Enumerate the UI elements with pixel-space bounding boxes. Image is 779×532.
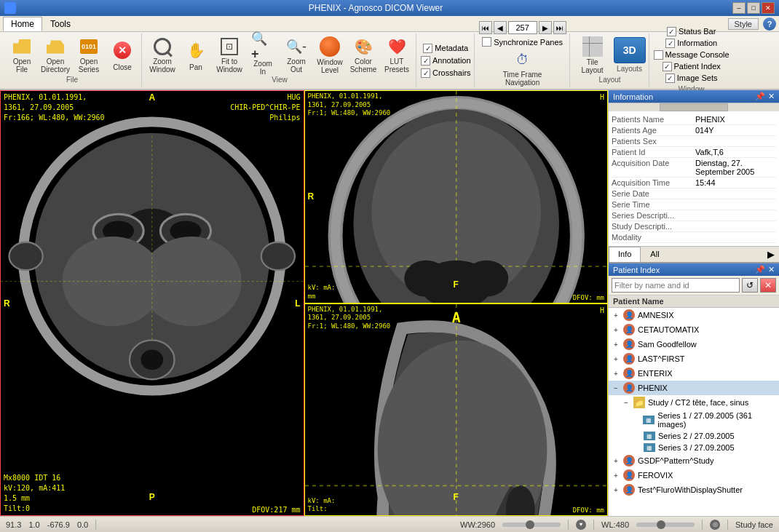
- info-scrollbar-h[interactable]: [609, 103, 779, 111]
- message-console-checkbox[interactable]: Message Console: [654, 50, 729, 60]
- patient-index-title: Patient Index: [613, 266, 660, 274]
- series-item-2[interactable]: ▦ Series 2 / 27.09.2005: [609, 430, 779, 442]
- patient-index-checkbox[interactable]: Patient Index: [663, 62, 721, 71]
- expand-ct2[interactable]: −: [622, 398, 630, 407]
- annotation-checkbox-box[interactable]: [421, 56, 430, 65]
- patient-item-ferovix[interactable]: + 👤 FEROVIX: [609, 468, 779, 483]
- style-button[interactable]: Style: [728, 18, 759, 30]
- info-panel-close[interactable]: ✕: [768, 92, 775, 101]
- study-item-ct2[interactable]: − 📁 Study / CT2 tête, face, sinus: [609, 395, 779, 410]
- zoom-out-button[interactable]: 🔍- Zoom Out: [280, 36, 312, 74]
- wl-slider-thumb[interactable]: [657, 520, 665, 529]
- axial-viewport-info-tr: HUGCHIR-PED^CHIR-PEPhilips: [230, 92, 300, 123]
- info-tab-expand-button[interactable]: ▶: [763, 247, 779, 262]
- expand-gsdf[interactable]: +: [612, 456, 620, 465]
- annotation-checkbox[interactable]: Annotation: [421, 56, 471, 65]
- metadata-checkbox[interactable]: Metadata: [423, 44, 468, 53]
- expand-ferovix[interactable]: +: [612, 471, 620, 480]
- minimize-button[interactable]: –: [732, 2, 746, 14]
- study-folder-ct2: 📁: [633, 397, 645, 408]
- metadata-checkbox-box[interactable]: [423, 44, 432, 53]
- expand-cetautomatix[interactable]: +: [612, 325, 620, 334]
- patient-index-filter-input[interactable]: [612, 278, 740, 293]
- info-scrollbar-thumb[interactable]: [660, 103, 728, 111]
- layout-label: Layout: [599, 76, 621, 85]
- open-series-button[interactable]: 0101 Open Series: [73, 36, 105, 74]
- window-level-button[interactable]: Window Level: [314, 36, 346, 74]
- fit-to-window-button[interactable]: ⊡ Fit to Window: [213, 36, 245, 74]
- coronal-ct-image: [305, 91, 608, 303]
- axial-label-r: R: [4, 298, 10, 309]
- open-directory-button[interactable]: Open Directory: [39, 36, 71, 74]
- info-panel-pin[interactable]: 📌: [755, 92, 765, 101]
- info-tab-all[interactable]: All: [641, 247, 668, 262]
- info-tab-info[interactable]: Info: [609, 247, 641, 262]
- close-button[interactable]: ✕ Close: [106, 36, 138, 74]
- image-sets-checkbox[interactable]: Image Sets: [665, 74, 718, 83]
- patient-item-test[interactable]: + 👤 Test^FluroWithDisplayShutter: [609, 483, 779, 497]
- expand-series2[interactable]: [632, 432, 641, 440]
- crosshairs-checkbox-box[interactable]: [421, 68, 430, 78]
- information-checkbox[interactable]: Information: [665, 39, 717, 48]
- zoom-in-button[interactable]: 🔍+ Zoom In: [247, 36, 279, 74]
- series-item-1[interactable]: ▦ Series 1 / 27.09.2005 (361 images): [609, 410, 779, 430]
- ww-slider-thumb[interactable]: [526, 520, 534, 529]
- patient-item-lastfirst[interactable]: + 👤 LAST^FIRST: [609, 352, 779, 366]
- series-item-3[interactable]: ▦ Series 3 / 27.09.2005: [609, 442, 779, 453]
- viewport-axial[interactable]: PHENIX, 01.01.1991,1361, 27.09.2005Fr:16…: [0, 90, 304, 516]
- viewport-coronal[interactable]: PHENIX, 01.01.1991,1361, 27.09.2005Fr:1;…: [304, 90, 609, 303]
- lut-presets-button[interactable]: ❤️ LUT Presets: [381, 36, 413, 74]
- 3d-button-box[interactable]: 3D: [614, 37, 646, 63]
- time-frame-button[interactable]: ⏱ Time Frame Navigation: [501, 49, 545, 87]
- color-scheme-button[interactable]: 🎨 Color Scheme: [347, 36, 379, 74]
- patient-filter-clear-button[interactable]: ↺: [742, 278, 758, 293]
- slice-prev-button[interactable]: ◀: [494, 21, 507, 34]
- patient-filter-close-button[interactable]: ✕: [760, 278, 776, 293]
- wl-slider[interactable]: [636, 523, 695, 527]
- patient-item-sam[interactable]: + 👤 Sam Goodfellow: [609, 337, 779, 352]
- patient-index-list[interactable]: + 👤 AMNESIX + 👤 CETAUTOMATIX + 👤 Sam Goo…: [609, 308, 779, 516]
- patient-index-col-header: Patient Name: [609, 295, 779, 308]
- coronal-label-r: R: [308, 191, 315, 202]
- open-file-button[interactable]: Open File: [6, 36, 38, 74]
- crosshairs-checkbox[interactable]: Crosshairs: [421, 68, 471, 78]
- close-button[interactable]: ✕: [762, 2, 775, 14]
- sync-checkbox[interactable]: [482, 37, 491, 47]
- 3d-layout-button[interactable]: 3D Layouts: [614, 37, 646, 73]
- expand-lastfirst[interactable]: +: [612, 354, 620, 363]
- viewport-sagittal[interactable]: A PHENIX, 01.01.1991,1361, 27.09.2005Fr:…: [304, 303, 609, 517]
- statusbar-checkbox[interactable]: Status Bar: [667, 27, 716, 36]
- avatar-gsdf: 👤: [623, 455, 635, 467]
- expand-enterix[interactable]: +: [612, 369, 620, 378]
- info-row-patients-age: Patients Age 014Y: [612, 125, 776, 136]
- expand-test[interactable]: +: [612, 485, 620, 494]
- patient-index-close[interactable]: ✕: [768, 265, 775, 274]
- series-icon-3: ▦: [644, 443, 655, 452]
- patient-index-pin[interactable]: 📌: [755, 265, 765, 274]
- menu-tab-tools[interactable]: Tools: [42, 17, 79, 31]
- expand-series1[interactable]: [632, 416, 640, 424]
- patient-item-phenix[interactable]: − 👤 PHENIX: [609, 381, 779, 395]
- expand-phenix[interactable]: −: [612, 384, 620, 392]
- maximize-button[interactable]: □: [747, 2, 760, 14]
- menu-tab-home[interactable]: Home: [3, 17, 42, 31]
- tile-layout-button[interactable]: Tile Layout: [574, 36, 611, 74]
- ww-slider[interactable]: [502, 523, 561, 527]
- zoom-window-button[interactable]: Zoom Window: [146, 36, 178, 74]
- status-sep-4: [702, 520, 703, 530]
- pan-button[interactable]: ✋ Pan: [180, 36, 212, 74]
- help-button[interactable]: ?: [763, 17, 776, 31]
- toolbar-view-group: Zoom Window ✋ Pan ⊡ Fit to Window 🔍+ Zoo…: [143, 33, 416, 87]
- svg-point-31: [404, 261, 448, 297]
- patient-item-amnesix[interactable]: + 👤 AMNESIX: [609, 308, 779, 322]
- slice-first-button[interactable]: ⏮: [479, 21, 492, 34]
- expand-series3[interactable]: [632, 443, 641, 452]
- slice-number-input[interactable]: [508, 21, 537, 34]
- patient-item-enterix[interactable]: + 👤 ENTERIX: [609, 366, 779, 381]
- expand-sam[interactable]: +: [612, 340, 620, 349]
- slice-next-button[interactable]: ▶: [539, 21, 552, 34]
- expand-amnesix[interactable]: +: [612, 311, 620, 319]
- patient-item-cetautomatix[interactable]: + 👤 CETAUTOMATIX: [609, 322, 779, 337]
- slice-last-button[interactable]: ⏭: [553, 21, 566, 34]
- patient-item-gsdf[interactable]: + 👤 GSDF^Pattern^Study: [609, 453, 779, 468]
